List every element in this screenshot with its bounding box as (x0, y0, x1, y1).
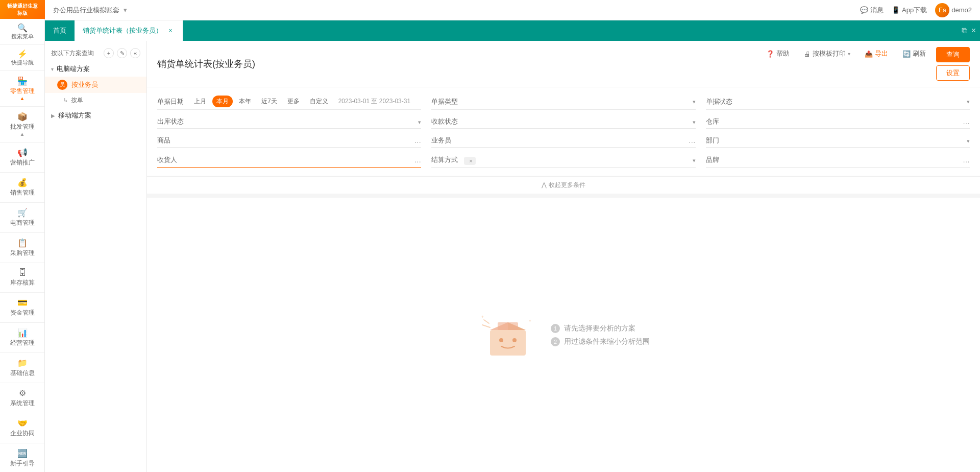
type-dropdown-icon[interactable]: ▾ (693, 98, 696, 105)
payment-label: 收款状态 (431, 117, 464, 126)
brand-more-icon[interactable]: … (963, 156, 970, 164)
filter-cell-brand: 品牌 … (706, 155, 970, 168)
filter-cell-receiver: 收货人 … (157, 155, 421, 168)
date-btn-last-month[interactable]: 上月 (190, 96, 210, 107)
settlement-dropdown-icon[interactable]: ▾ (693, 156, 696, 164)
receiver-label: 收货人 (157, 155, 190, 164)
settlement-tag-close[interactable]: × (469, 158, 472, 164)
dept-dropdown-icon[interactable]: ▾ (967, 137, 970, 145)
tab-active[interactable]: 销货单统计表（按业务员） × (75, 20, 183, 41)
sidebar-item-quick-nav[interactable]: ⚡ 快捷导航 (0, 45, 44, 71)
refresh-btn[interactable]: 🔄 刷新 (898, 47, 930, 60)
sidebar-item-search[interactable]: 🔍 搜索菜单 (0, 19, 44, 45)
sidebar: 畅捷通好生意 标版 🔍 搜索菜单 ⚡ 快捷导航 🏪 零售管理 ▲ 📦 批发管理 … (0, 0, 45, 472)
goods-more-icon[interactable]: … (414, 136, 421, 145)
filter-cell-warehouse: 仓库 … (706, 117, 970, 129)
warehouse-more-icon[interactable]: … (963, 117, 970, 126)
filter-cell-payment: 收款状态 ▾ (431, 117, 695, 129)
scheme-item-order-label: 按单 (71, 96, 83, 105)
print-icon: 🖨 (804, 50, 811, 58)
sidebar-item-basics[interactable]: 📁 基础信息 (0, 353, 44, 383)
date-btn-7days[interactable]: 近7天 (257, 96, 281, 107)
scheme-panel: 按以下方案查询 + ✎ « ▾ 电脑端方案 (45, 41, 147, 472)
app-logo: 畅捷通好生意 标版 (0, 0, 45, 19)
sidebar-item-marketing[interactable]: 📢 营销推广 (0, 143, 44, 173)
scheme-add-btn[interactable]: + (104, 48, 114, 58)
outbound-label: 出库状态 (157, 117, 190, 126)
tab-restore-icon[interactable]: ⧉ (962, 26, 967, 35)
page-content: 按以下方案查询 + ✎ « ▾ 电脑端方案 (45, 41, 980, 472)
app-download-btn[interactable]: 📱 App下载 (892, 6, 927, 15)
scheme-header-label: 按以下方案查询 (51, 49, 94, 58)
collapse-bar[interactable]: ⋀ 收起更多条件 (147, 176, 980, 194)
date-btn-custom[interactable]: 自定义 (306, 96, 332, 107)
page-title: 销货单统计表(按业务员) (157, 58, 255, 70)
company-dropdown-icon[interactable]: ▾ (124, 6, 127, 14)
tab-close-window-icon[interactable]: × (971, 26, 976, 35)
outbound-dropdown-icon[interactable]: ▾ (418, 118, 421, 126)
staff-more-icon[interactable]: … (689, 136, 696, 145)
sidebar-item-inventory[interactable]: 🗄 库存核算 (0, 263, 44, 293)
filter-cell-date: 单据日期 上月 本月 本年 近7天 更多 自定义 2023-03-01 至 20… (157, 96, 421, 110)
date-btn-this-month[interactable]: 本月 (212, 96, 233, 107)
export-btn[interactable]: 📤 导出 (861, 47, 892, 60)
scheme-category-pc[interactable]: ▾ 电脑端方案 (45, 61, 146, 77)
settlement-value: × (464, 155, 690, 165)
settings-button[interactable]: 设置 (936, 65, 970, 81)
date-btn-more[interactable]: 更多 (283, 96, 304, 107)
message-icon: 💬 (860, 6, 868, 14)
scheme-item-staff-icon: 员 (57, 80, 67, 90)
receiver-input[interactable] (190, 156, 412, 164)
sidebar-item-ecommerce[interactable]: 🛒 电商管理 (0, 203, 44, 233)
pc-category-label: 电脑端方案 (57, 64, 90, 74)
status-dropdown-icon[interactable]: ▾ (967, 98, 970, 105)
print-btn[interactable]: 🖨 按模板打印 ▾ (800, 47, 854, 60)
sidebar-item-sales[interactable]: 💰 销售管理 (0, 173, 44, 203)
sidebar-item-enterprise[interactable]: 🤝 企业协同 (0, 413, 44, 443)
sidebar-item-newcomer[interactable]: 🆕 新手引导 (0, 443, 44, 472)
tab-home[interactable]: 首页 (45, 20, 75, 41)
status-label: 单据状态 (706, 97, 739, 106)
current-company[interactable]: 办公用品行业模拟账套 (53, 6, 119, 15)
scheme-edit-btn[interactable]: ✎ (117, 48, 127, 58)
scheme-item-by-staff[interactable]: 员 按业务员 (45, 77, 146, 93)
settlement-tag: × (464, 157, 475, 165)
sidebar-item-system[interactable]: ⚙ 系统管理 (0, 383, 44, 413)
scheme-category-mobile[interactable]: ▶ 移动端方案 (45, 108, 146, 123)
mobile-category-arrow: ▶ (51, 113, 55, 119)
title-bar-right: ❓ 帮助 🖨 按模板打印 ▾ 📤 导出 🔄 (762, 47, 970, 81)
sidebar-item-operations[interactable]: 📊 经营管理 (0, 323, 44, 353)
empty-state-content: ✦ ✦ 1 请先选择要分析的方案 2 用过滤条件来缩小分析范围 (477, 310, 650, 361)
date-btn-this-year[interactable]: 本年 (235, 96, 255, 107)
receiver-more-icon[interactable]: … (414, 156, 421, 164)
sidebar-item-wholesale[interactable]: 📦 批发管理 ▲ (0, 107, 44, 143)
message-btn[interactable]: 💬 消息 (860, 6, 884, 15)
filter-area: 单据日期 上月 本月 本年 近7天 更多 自定义 2023-03-01 至 20… (147, 87, 980, 176)
query-button[interactable]: 查询 (936, 47, 970, 62)
scheme-item-by-order[interactable]: ↳ 按单 (45, 93, 146, 108)
user-profile-btn[interactable]: Ea demo2 (935, 3, 972, 17)
top-header-left: 办公用品行业模拟账套 ▾ (53, 6, 127, 15)
filter-row-3: 商品 … 业务员 … 部门 (157, 136, 970, 148)
sidebar-item-retail[interactable]: 🏪 零售管理 ▲ (0, 71, 44, 107)
right-panel: 销货单统计表(按业务员) ❓ 帮助 🖨 按模板打印 ▾ 📤 (147, 41, 980, 472)
logo-subtext: 标版 (17, 10, 28, 16)
scheme-header: 按以下方案查询 + ✎ « (45, 45, 146, 61)
empty-step-2: 2 用过滤条件来缩小分析范围 (551, 337, 650, 346)
filter-cell-settlement: 结算方式 × ▾ (431, 155, 695, 168)
scheme-collapse-btn[interactable]: « (130, 48, 140, 58)
tab-bar: 首页 销货单统计表（按业务员） × ⧉ × (45, 20, 980, 41)
export-icon: 📤 (865, 50, 873, 58)
sidebar-item-finance[interactable]: 💳 资金管理 (0, 293, 44, 323)
svg-line-2 (482, 325, 490, 327)
type-label: 单据类型 (431, 97, 464, 106)
sidebar-item-purchase[interactable]: 📋 采购管理 (0, 233, 44, 263)
filter-row-1: 单据日期 上月 本月 本年 近7天 更多 自定义 2023-03-01 至 20… (157, 96, 970, 110)
empty-state: ✦ ✦ 1 请先选择要分析的方案 2 用过滤条件来缩小分析范围 (147, 198, 980, 472)
svg-text:✦: ✦ (528, 319, 532, 323)
payment-dropdown-icon[interactable]: ▾ (693, 118, 696, 126)
help-btn[interactable]: ❓ 帮助 (762, 47, 794, 60)
goods-label: 商品 (157, 136, 190, 145)
title-actions: ❓ 帮助 🖨 按模板打印 ▾ 📤 导出 🔄 (762, 47, 930, 60)
tab-close-btn[interactable]: × (166, 27, 175, 35)
